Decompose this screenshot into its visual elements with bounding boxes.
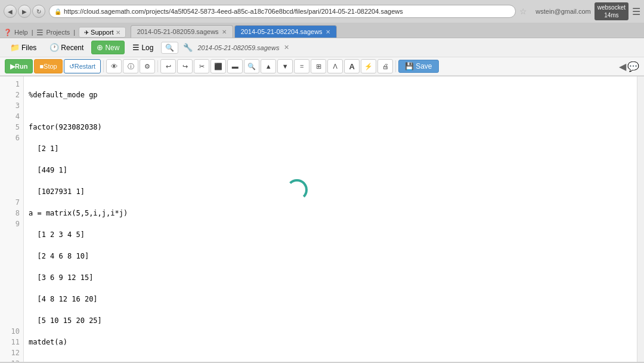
projects-link[interactable]: Projects — [46, 29, 70, 36]
tab-file2[interactable]: 2014-05-21-082204.sagews ✕ — [234, 25, 337, 38]
code-line — [29, 79, 632, 90]
wrench-icon: 🔧 — [183, 43, 193, 52]
new-button[interactable]: ⊕ New — [91, 41, 125, 54]
align-right-button[interactable]: ▬ — [227, 59, 243, 73]
save-icon: 💾 — [405, 62, 414, 70]
speaker-icon[interactable]: ◀ — [619, 61, 626, 72]
print-button[interactable]: 🖨 — [377, 59, 393, 73]
chat-icon[interactable]: 💬 — [627, 61, 639, 72]
search-box[interactable]: 🔍 — [161, 42, 178, 54]
equals-button[interactable]: = — [294, 59, 309, 73]
log-button[interactable]: ☰ Log — [127, 41, 159, 54]
search-icon: 🔍 — [165, 44, 174, 52]
tab-file1[interactable]: 2014-05-21-082059.sagews ✕ — [131, 25, 233, 38]
undo-button[interactable]: ↩ — [160, 59, 176, 73]
redo-button[interactable]: ↪ — [177, 59, 193, 73]
info-button[interactable]: ⓘ — [123, 59, 138, 73]
code-line: [4 8 12 16 20] — [29, 294, 632, 304]
run-button[interactable]: ▶ Run — [5, 59, 33, 73]
code-line — [29, 326, 632, 337]
lambda-button[interactable]: Λ — [327, 59, 343, 73]
align-left-button[interactable]: ⬛ — [210, 59, 226, 73]
code-line — [29, 283, 632, 294]
bookmark-icon[interactable]: ☆ — [519, 7, 527, 16]
lightning-button[interactable]: ⚡ — [361, 59, 376, 73]
code-line: [1 2 3 4 5] — [29, 229, 632, 240]
support-close-icon[interactable]: ✕ — [116, 29, 120, 36]
browser-chrome: ◀ ▶ ↻ 🔒 https://cloud.sagemath.com/proje… — [0, 0, 644, 38]
help-link[interactable]: Help — [14, 29, 28, 36]
save-button[interactable]: 💾 Save — [398, 60, 438, 73]
tab-file1-close[interactable]: ✕ — [222, 29, 227, 35]
app-toolbar: 📁 Files 🕐 Recent ⊕ New ☰ Log 🔍 🔧 2014-05… — [0, 38, 644, 76]
menu-button[interactable]: ☰ — [632, 6, 640, 17]
clock-icon: 🕐 — [49, 43, 59, 52]
settings-button[interactable]: ⚙ — [140, 59, 155, 73]
code-line — [29, 358, 632, 362]
lock-icon: 🔒 — [54, 8, 61, 15]
font-button[interactable]: A — [344, 59, 360, 73]
code-line — [29, 133, 632, 143]
eye-button[interactable]: 👁 — [106, 59, 122, 73]
stop-icon: ■ — [39, 63, 44, 70]
code-line: [2 4 6 8 10] — [29, 251, 632, 262]
plus-icon: ⊕ — [97, 43, 103, 52]
code-line — [29, 240, 632, 251]
code-line — [29, 197, 632, 208]
toolbar-sep3 — [395, 60, 396, 72]
code-line: [449 1] — [29, 165, 632, 176]
toolbar-sep2 — [157, 60, 158, 72]
code-line — [29, 154, 632, 165]
code-line: factor(923082038) — [29, 122, 632, 133]
refresh-button[interactable]: ↻ — [32, 5, 45, 18]
tab-bar: ❓ Help | ☰ Projects | ✈ Support ✕ 2014-0… — [0, 23, 644, 38]
nav-buttons: ◀ ▶ ↻ — [4, 5, 45, 18]
code-line: [1027931 1] — [29, 186, 632, 197]
find-button[interactable]: 🔍 — [244, 59, 259, 73]
code-line: [3 6 9 12 15] — [29, 272, 632, 283]
url-bar[interactable]: 🔒 https://cloud.sagemath.com/projects/4a… — [49, 5, 516, 18]
restart-icon: ↺ — [69, 63, 75, 70]
code-line: [2 1] — [29, 143, 632, 154]
tools-button[interactable]: 🔧 — [183, 43, 193, 52]
browser-toolbar: ◀ ▶ ↻ 🔒 https://cloud.sagemath.com/proje… — [0, 0, 644, 23]
app-toolbar-top: 📁 Files 🕐 Recent ⊕ New ☰ Log 🔍 🔧 2014-05… — [0, 38, 644, 57]
log-icon: ☰ — [132, 43, 140, 52]
code-line — [29, 111, 632, 122]
loading-spinner — [286, 179, 308, 201]
recent-button[interactable]: 🕐 Recent — [44, 41, 89, 54]
editor-toolbar: ▶ Run ■ Stop ↺ Restart 👁 ⓘ ⚙ ↩ ↪ ✂ ⬛ ▬ 🔍… — [0, 57, 644, 76]
files-button[interactable]: 📁 Files — [5, 41, 42, 54]
editor-area: 1234567891011121314151617181920 %default… — [0, 76, 644, 362]
code-line: matdet(a) — [29, 337, 632, 347]
line-numbers: 1234567891011121314151617181920 — [0, 76, 24, 362]
code-line: [5 10 15 20 25] — [29, 315, 632, 326]
code-line — [29, 176, 632, 186]
forward-button[interactable]: ▶ — [18, 5, 31, 18]
code-line: %default_mode gp — [29, 90, 632, 100]
user-email: wstein@gmail.com — [535, 8, 590, 15]
restart-button[interactable]: ↺ Restart — [64, 59, 101, 73]
down-button[interactable]: ▼ — [277, 59, 293, 73]
code-editor[interactable]: %default_mode gp factor(923082038) [2 1]… — [24, 76, 637, 362]
tab-file2-label: 2014-05-21-082204.sagews — [241, 28, 323, 35]
tab-file2-close[interactable]: ✕ — [326, 29, 330, 35]
toolbar-sep1 — [103, 60, 104, 72]
code-line — [29, 304, 632, 315]
url-text: https://cloud.sagemath.com/projects/4a5f… — [64, 8, 403, 15]
back-button[interactable]: ◀ — [4, 5, 17, 18]
play-icon: ▶ — [10, 63, 15, 70]
folder-icon: 📁 — [10, 43, 20, 52]
stop-button[interactable]: ■ Stop — [34, 59, 62, 73]
code-line: a = matrix(5,5,i,j,i*j) — [29, 208, 632, 219]
scrollbar[interactable] — [637, 76, 644, 362]
code-line — [29, 100, 632, 111]
code-line — [29, 262, 632, 272]
current-file-display: 2014-05-21-082059.sagews — [197, 44, 279, 51]
up-button[interactable]: ▲ — [261, 59, 276, 73]
split-h-button[interactable]: ⊞ — [311, 59, 326, 73]
websocket-badge: websocket 14ms — [595, 2, 628, 20]
support-tab[interactable]: ✈ Support ✕ — [79, 27, 126, 38]
code-line — [29, 347, 632, 358]
scissors-button[interactable]: ✂ — [194, 59, 209, 73]
